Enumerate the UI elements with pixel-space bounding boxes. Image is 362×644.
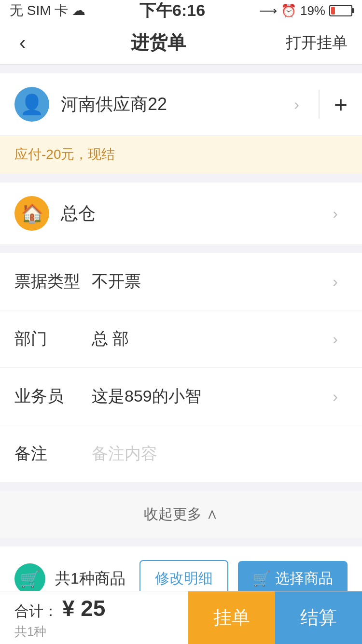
- invoice-chevron-icon: ›: [333, 273, 338, 291]
- supplier-chevron-icon: ›: [294, 96, 299, 113]
- bottom-bar: 合计： ¥ 25 共1种 挂单 结算: [0, 591, 362, 644]
- page-title: 进货单: [131, 30, 186, 55]
- form-row-dept[interactable]: 部门 总 部 ›: [0, 310, 362, 368]
- divider-2: [0, 173, 362, 182]
- hang-button[interactable]: 挂单: [188, 591, 275, 644]
- sales-chevron-icon: ›: [333, 388, 338, 406]
- select-product-icon: 🛒: [252, 570, 270, 587]
- products-icon: 🛒: [20, 569, 40, 588]
- add-supplier-button[interactable]: +: [334, 91, 348, 118]
- invoice-value: 不开票: [82, 270, 333, 293]
- total-label: 合计：: [14, 603, 58, 619]
- products-count: 共1种商品: [55, 568, 130, 589]
- supplier-row: 👤 河南供应商22 › +: [0, 73, 362, 136]
- form-section: 票据类型 不开票 › 部门 总 部 › 业务员 这是859的小智 › 备注 备注…: [0, 253, 362, 482]
- notes-label: 备注: [14, 443, 82, 465]
- products-icon-wrap: 🛒: [14, 563, 45, 594]
- info-banner: 应付-20元，现结: [0, 136, 362, 173]
- warehouse-chevron-icon: ›: [333, 205, 338, 223]
- location-icon: ⟶: [259, 3, 277, 18]
- dept-label: 部门: [14, 328, 82, 350]
- back-button[interactable]: ‹: [14, 27, 30, 58]
- total-amount: ¥ 25: [62, 596, 106, 621]
- battery-fill: [331, 7, 335, 14]
- status-left: 无 SIM 卡 ☁: [10, 1, 85, 20]
- total-section: 合计： ¥ 25 共1种: [0, 595, 188, 640]
- total-row: 合计： ¥ 25: [14, 595, 174, 621]
- open-hang-button[interactable]: 打开挂单: [286, 32, 348, 54]
- user-icon: 👤: [20, 93, 44, 116]
- collapse-button[interactable]: 收起更多 ∧: [0, 491, 362, 538]
- warehouse-name: 总仓: [61, 202, 333, 225]
- supplier-section: 👤 河南供应商22 › + 应付-20元，现结: [0, 73, 362, 173]
- alarm-icon: ⏰: [281, 3, 296, 18]
- sim-label: 无 SIM 卡 ☁: [10, 1, 85, 20]
- battery-label: 19%: [300, 3, 325, 18]
- nav-bar: ‹ 进货单 打开挂单: [0, 21, 362, 65]
- sales-label: 业务员: [14, 385, 82, 407]
- divider-1: [0, 65, 362, 73]
- notes-placeholder: 备注内容: [82, 443, 348, 465]
- form-row-invoice[interactable]: 票据类型 不开票 ›: [0, 253, 362, 310]
- battery-icon: [329, 5, 352, 16]
- checkout-button[interactable]: 结算: [275, 591, 362, 644]
- status-bar: 无 SIM 卡 ☁ 下午6:16 ⟶ ⏰ 19%: [0, 0, 362, 21]
- form-row-notes[interactable]: 备注 备注内容: [0, 425, 362, 482]
- supplier-avatar: 👤: [14, 87, 49, 122]
- dept-value: 总 部: [82, 328, 333, 350]
- supplier-divider: [319, 90, 320, 119]
- supplier-name: 河南供应商22: [61, 93, 294, 116]
- dept-chevron-icon: ›: [333, 330, 338, 348]
- select-product-label: 选择商品: [275, 569, 333, 588]
- warehouse-icon-wrap: 🏠: [14, 196, 49, 231]
- warehouse-icon: 🏠: [21, 203, 43, 224]
- status-time: 下午6:16: [139, 0, 205, 22]
- status-right: ⟶ ⏰ 19%: [259, 3, 352, 18]
- warehouse-row[interactable]: 🏠 总仓 ›: [0, 182, 362, 244]
- form-row-sales[interactable]: 业务员 这是859的小智 ›: [0, 368, 362, 425]
- sales-value: 这是859的小智: [82, 385, 333, 407]
- invoice-label: 票据类型: [14, 270, 82, 293]
- total-count: 共1种: [14, 623, 174, 640]
